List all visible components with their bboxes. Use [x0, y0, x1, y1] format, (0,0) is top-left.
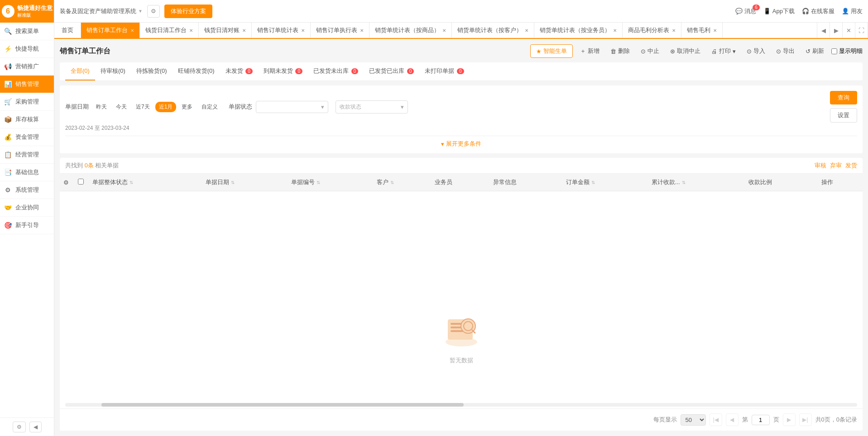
- filter-tab-wangpu-ship[interactable]: 旺铺待发货(0): [173, 62, 220, 81]
- expand-btn[interactable]: ▾ 展开更多条件: [441, 140, 481, 148]
- page-prev-btn[interactable]: ◀: [726, 413, 739, 426]
- date-opt-custom[interactable]: 自定义: [198, 102, 221, 112]
- tab-sales-by-product[interactable]: 销货单统计表（按商品） ✕: [369, 23, 452, 38]
- sidebar-item-basic-info[interactable]: 📑 基础信息: [0, 164, 54, 181]
- show-detail-checkbox[interactable]: [831, 48, 837, 54]
- tab-sales-stats[interactable]: 销售订单统计表 ✕: [252, 23, 311, 38]
- topbar-settings-btn[interactable]: ⚙: [147, 5, 160, 18]
- tab-close-icon-6[interactable]: ✕: [442, 28, 446, 33]
- sidebar-item-quick-nav[interactable]: ⚡ 快捷导航: [0, 40, 54, 58]
- sidebar-item-purchase[interactable]: 🛒 采购管理: [0, 93, 54, 111]
- tab-close-icon[interactable]: ✕: [130, 28, 134, 33]
- tab-close-icon-4[interactable]: ✕: [301, 28, 305, 33]
- sort-number-icon[interactable]: ⇅: [317, 180, 320, 185]
- page-last-btn[interactable]: ▶|: [799, 413, 812, 426]
- filter-tab-all[interactable]: 全部(0): [65, 62, 95, 81]
- tab-close-icon-7[interactable]: ✕: [525, 28, 528, 33]
- sort-customer-icon[interactable]: ⇅: [390, 180, 394, 185]
- sidebar-item-operations[interactable]: 📋 经营管理: [0, 146, 54, 164]
- system-title-dropdown[interactable]: 装备及固定资产辅助管理系统 ▼: [60, 7, 143, 15]
- sidebar-item-inventory[interactable]: 📦 库存核算: [0, 111, 54, 128]
- date-opt-today[interactable]: 今天: [112, 102, 130, 112]
- sidebar-item-finance[interactable]: 💰 资金管理: [0, 128, 54, 146]
- solution-button[interactable]: 体验行业方案: [164, 5, 212, 18]
- audit-btn[interactable]: 审核: [815, 161, 826, 170]
- cancel-stop-btn[interactable]: ⊛ 取消中止: [667, 45, 704, 57]
- tab-gross-profit[interactable]: 商品毛利分析表 ✕: [623, 23, 681, 38]
- filter-tab-shipped-not-out[interactable]: 已发货未出库 0: [308, 62, 364, 81]
- scrollbar-thumb[interactable]: [101, 403, 464, 407]
- select-all-checkbox[interactable]: [78, 179, 84, 185]
- horizontal-scrollbar[interactable]: [65, 403, 857, 407]
- tab-close-icon-9[interactable]: ✕: [672, 28, 676, 33]
- date-opt-more[interactable]: 更多: [178, 102, 196, 112]
- tab-sales-by-customer[interactable]: 销货单统计表（按客户） ✕: [452, 23, 534, 38]
- filter-tab-unprinted[interactable]: 未打印单据 0: [419, 62, 469, 81]
- export-btn[interactable]: ⊙ 导出: [772, 45, 798, 57]
- app-download-btn[interactable]: 📱 App下载: [763, 7, 795, 15]
- date-opt-yesterday[interactable]: 昨天: [92, 102, 110, 112]
- new-btn[interactable]: ＋ 新增: [576, 45, 603, 57]
- col-settings[interactable]: ⚙: [60, 174, 74, 191]
- ship-batch-btn[interactable]: 发货: [845, 161, 857, 170]
- sort-date-icon[interactable]: ⇅: [231, 180, 235, 185]
- tab-sales-by-staff[interactable]: 销货单统计表（按业务员） ✕: [534, 23, 623, 38]
- tab-close-all[interactable]: ✕: [843, 23, 855, 38]
- tab-close-icon-3[interactable]: ✕: [242, 28, 246, 33]
- page-next-btn[interactable]: ▶: [783, 413, 796, 426]
- online-service-btn[interactable]: 🎧 在线客服: [802, 7, 834, 15]
- import-btn[interactable]: ⊙ 导入: [743, 45, 769, 57]
- tab-cash-clear[interactable]: 钱货日清工作台 ✕: [140, 23, 199, 38]
- tab-home[interactable]: 首页: [54, 23, 81, 38]
- sidebar-item-system[interactable]: ⚙ 系统管理: [0, 181, 54, 199]
- sidebar-settings-btn[interactable]: ⚙: [13, 422, 26, 432]
- tab-sales-exec[interactable]: 销售订单执行表 ✕: [311, 23, 369, 38]
- page-size-select[interactable]: 50 100 200: [681, 414, 706, 426]
- tab-sales-margin[interactable]: 销售毛利 ✕: [681, 23, 723, 38]
- setting-btn[interactable]: 设置: [830, 108, 857, 123]
- sidebar-item-marketing[interactable]: 📢 营销推广: [0, 58, 54, 76]
- tab-close-icon-5[interactable]: ✕: [360, 28, 364, 33]
- filter-tab-shipped-out[interactable]: 已发货已出库 0: [364, 62, 419, 81]
- date-opt-1month[interactable]: 近1月: [155, 102, 177, 112]
- tab-close-icon-10[interactable]: ✕: [713, 28, 717, 33]
- filter-tab-pending-audit[interactable]: 待审核(0): [95, 62, 131, 81]
- sort-status-icon[interactable]: ⇅: [129, 180, 133, 185]
- user-menu[interactable]: 👤 用友: [842, 7, 863, 15]
- sidebar-item-search[interactable]: 🔍 搜索菜单: [0, 23, 54, 40]
- tab-scroll-left[interactable]: ◀: [817, 23, 830, 38]
- page-input[interactable]: [752, 415, 770, 425]
- sort-amount-icon[interactable]: ⇅: [591, 180, 595, 185]
- filter-tab-overdue-ship[interactable]: 到期未发货 0: [258, 62, 308, 81]
- sidebar-item-sales[interactable]: 📊 销售管理: [0, 76, 54, 93]
- tab-maximize[interactable]: ⛶: [855, 23, 868, 38]
- tab-close-icon-2[interactable]: ✕: [189, 28, 193, 33]
- plus-icon: ＋: [580, 47, 586, 55]
- page-total-text: 共0页，0条记录: [815, 416, 857, 424]
- status-select[interactable]: ▾: [256, 101, 328, 113]
- expand-row: ▾ 展开更多条件: [65, 136, 857, 148]
- stop-btn[interactable]: ⊙ 中止: [637, 45, 663, 57]
- sidebar-item-guide[interactable]: 🎯 新手引导: [0, 217, 54, 234]
- show-detail-toggle[interactable]: 显示明细: [831, 47, 863, 55]
- payment-status-select[interactable]: 收款状态 ▾: [336, 100, 408, 114]
- query-btn[interactable]: 查询: [830, 91, 857, 104]
- message-btn[interactable]: 💬 消息 6: [735, 7, 756, 15]
- filter-tab-unshipped[interactable]: 未发货 0: [220, 62, 258, 81]
- tab-scroll-right[interactable]: ▶: [830, 23, 843, 38]
- tab-close-icon-8[interactable]: ✕: [613, 28, 617, 33]
- sidebar-collapse-btn[interactable]: ◀: [29, 422, 42, 432]
- tab-cash-reconcile[interactable]: 钱货日清对账 ✕: [199, 23, 252, 38]
- date-opt-7days[interactable]: 近7天: [132, 102, 153, 112]
- col-checkbox[interactable]: [74, 174, 89, 191]
- filter-tab-pending-inspect[interactable]: 待拣验货(0): [131, 62, 173, 81]
- print-btn[interactable]: 🖨 打印 ▾: [708, 45, 739, 57]
- sort-collected-icon[interactable]: ⇅: [682, 180, 686, 185]
- sidebar-item-enterprise[interactable]: 🤝 企业协同: [0, 199, 54, 217]
- page-first-btn[interactable]: |◀: [710, 413, 722, 426]
- tab-sales-order[interactable]: 销售订单工作台 ✕: [81, 23, 140, 38]
- unapprove-btn[interactable]: 弃审: [830, 161, 842, 170]
- refresh-btn[interactable]: ↺ 刷新: [802, 45, 828, 57]
- smart-create-btn[interactable]: ★ 智能生单: [530, 44, 573, 58]
- delete-btn[interactable]: 🗑 删除: [607, 45, 633, 57]
